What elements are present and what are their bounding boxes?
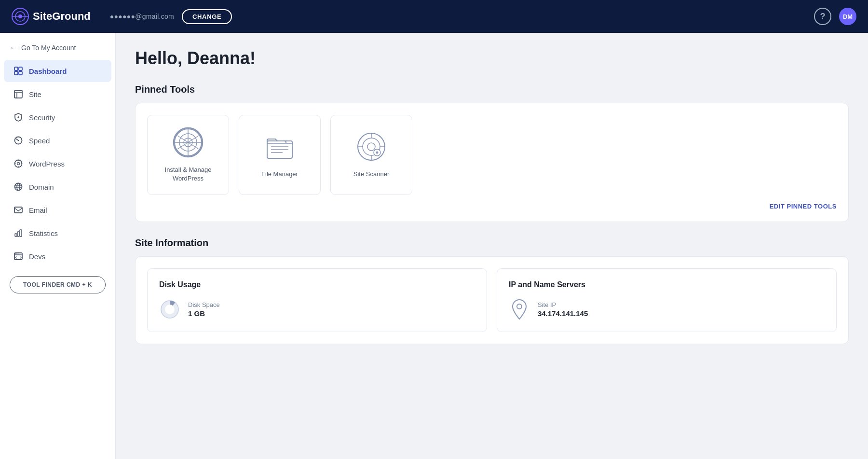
svg-point-27 bbox=[15, 253, 16, 254]
site-ip-label: Site IP bbox=[538, 301, 588, 308]
tool-card-wordpress[interactable]: Install & Manage WordPress bbox=[147, 115, 229, 195]
devs-icon bbox=[14, 251, 23, 261]
svg-rect-5 bbox=[19, 67, 22, 70]
sidebar-devs-label: Devs bbox=[29, 252, 45, 261]
svg-point-17 bbox=[15, 183, 22, 191]
avatar-button[interactable]: DM bbox=[839, 8, 856, 25]
site-info-title: Site Information bbox=[135, 237, 849, 249]
location-pin-icon bbox=[509, 299, 530, 320]
back-to-account-link[interactable]: ← Go To My Account bbox=[0, 37, 115, 59]
pinned-tools-title: Pinned Tools bbox=[135, 84, 849, 95]
sidebar-item-devs[interactable]: Devs bbox=[4, 245, 111, 267]
sidebar-site-label: Site bbox=[29, 90, 41, 98]
logo-text: SiteGround bbox=[33, 10, 91, 23]
change-button[interactable]: CHANGE bbox=[182, 9, 232, 24]
site-icon bbox=[14, 89, 23, 99]
site-ip-value: 34.174.141.145 bbox=[538, 309, 588, 318]
site-scanner-tool-icon bbox=[356, 131, 387, 162]
main-content: Hello, Deanna! Pinned Tools bbox=[116, 33, 868, 459]
svg-point-53 bbox=[517, 304, 522, 309]
sidebar-speed-label: Speed bbox=[29, 137, 50, 145]
svg-point-44 bbox=[367, 143, 375, 151]
svg-rect-6 bbox=[14, 71, 18, 75]
svg-rect-22 bbox=[15, 234, 17, 236]
edit-pinned-tools-link[interactable]: EDIT PINNED TOOLS bbox=[770, 203, 837, 210]
page-title: Hello, Deanna! bbox=[135, 48, 849, 69]
site-info-card: Disk Usage Disk Space bbox=[135, 256, 849, 344]
wordpress-icon bbox=[14, 159, 23, 168]
disk-space-label: Disk Space bbox=[188, 301, 220, 308]
layout: ← Go To My Account Dashboard Site Securi… bbox=[0, 33, 868, 459]
tool-card-file-manager-label: File Manager bbox=[261, 170, 298, 179]
back-arrow-icon: ← bbox=[10, 43, 17, 52]
svg-point-16 bbox=[17, 163, 20, 165]
security-icon bbox=[14, 112, 23, 122]
dashboard-icon bbox=[14, 66, 23, 76]
svg-point-52 bbox=[165, 305, 175, 314]
sidebar-item-wordpress[interactable]: WordPress bbox=[4, 153, 111, 175]
disk-space-info: Disk Space 1 GB bbox=[188, 301, 220, 318]
topnav: SiteGround ●●●●●●@gmail.com CHANGE ? DM bbox=[0, 0, 868, 33]
tool-card-site-scanner[interactable]: Site Scanner bbox=[330, 115, 412, 195]
help-button[interactable]: ? bbox=[814, 8, 831, 25]
siteground-logo-icon bbox=[12, 8, 29, 25]
sidebar-dashboard-label: Dashboard bbox=[29, 67, 67, 75]
sidebar-statistics-label: Statistics bbox=[29, 229, 58, 237]
svg-point-14 bbox=[18, 140, 19, 141]
domain-icon bbox=[14, 182, 23, 192]
logo: SiteGround bbox=[12, 8, 91, 25]
disk-space-value: 1 GB bbox=[188, 309, 220, 318]
tool-card-wordpress-label: Install & Manage WordPress bbox=[157, 166, 219, 183]
sidebar-wordpress-label: WordPress bbox=[29, 160, 65, 168]
ip-servers-title: IP and Name Servers bbox=[509, 280, 825, 289]
pinned-tools-footer: EDIT PINNED TOOLS bbox=[147, 203, 837, 210]
site-ip-info: Site IP 34.174.141.145 bbox=[538, 301, 588, 318]
site-selector: ●●●●●●@gmail.com CHANGE bbox=[110, 9, 232, 24]
pinned-tools-card: Install & Manage WordPress bbox=[135, 103, 849, 222]
disk-space-row: Disk Space 1 GB bbox=[159, 299, 475, 320]
wordpress-tool-icon bbox=[173, 127, 203, 158]
sidebar-item-statistics[interactable]: Statistics bbox=[4, 222, 111, 244]
svg-point-29 bbox=[18, 253, 19, 254]
site-info-grid: Disk Usage Disk Space bbox=[147, 268, 837, 332]
svg-rect-21 bbox=[14, 207, 22, 213]
sidebar-domain-label: Domain bbox=[29, 183, 54, 191]
speed-icon bbox=[14, 136, 23, 145]
disk-usage-icon bbox=[159, 299, 180, 320]
sidebar-security-label: Security bbox=[29, 113, 55, 122]
tool-finder-button[interactable]: TOOL FINDER CMD + K bbox=[10, 276, 106, 293]
email-icon bbox=[14, 205, 23, 215]
back-link-label: Go To My Account bbox=[21, 44, 76, 52]
svg-point-28 bbox=[16, 253, 17, 254]
sidebar-item-domain[interactable]: Domain bbox=[4, 176, 111, 198]
disk-usage-title: Disk Usage bbox=[159, 280, 475, 289]
topnav-right: ? DM bbox=[814, 8, 856, 25]
tool-card-site-scanner-label: Site Scanner bbox=[353, 170, 389, 179]
svg-rect-24 bbox=[20, 230, 22, 236]
sidebar-email-label: Email bbox=[29, 206, 47, 214]
tool-card-file-manager[interactable]: File Manager bbox=[239, 115, 321, 195]
sidebar-item-site[interactable]: Site bbox=[4, 83, 111, 105]
svg-rect-23 bbox=[17, 232, 19, 236]
sidebar-item-email[interactable]: Email bbox=[4, 199, 111, 221]
pinned-tools-grid: Install & Manage WordPress bbox=[147, 115, 837, 195]
site-url: ●●●●●●@gmail.com bbox=[110, 13, 174, 20]
svg-rect-4 bbox=[14, 67, 18, 70]
svg-point-50 bbox=[376, 152, 379, 154]
svg-rect-8 bbox=[14, 90, 22, 98]
disk-usage-card: Disk Usage Disk Space bbox=[147, 268, 487, 332]
statistics-icon bbox=[14, 228, 23, 238]
svg-point-18 bbox=[17, 183, 20, 191]
sidebar-item-speed[interactable]: Speed bbox=[4, 129, 111, 152]
sidebar: ← Go To My Account Dashboard Site Securi… bbox=[0, 33, 116, 459]
svg-rect-7 bbox=[19, 71, 22, 75]
sidebar-item-dashboard[interactable]: Dashboard bbox=[4, 60, 111, 82]
site-ip-row: Site IP 34.174.141.145 bbox=[509, 299, 825, 320]
file-manager-tool-icon bbox=[264, 131, 295, 162]
ip-servers-card: IP and Name Servers Site IP 34.174.141.1… bbox=[497, 268, 837, 332]
sidebar-item-security[interactable]: Security bbox=[4, 106, 111, 128]
